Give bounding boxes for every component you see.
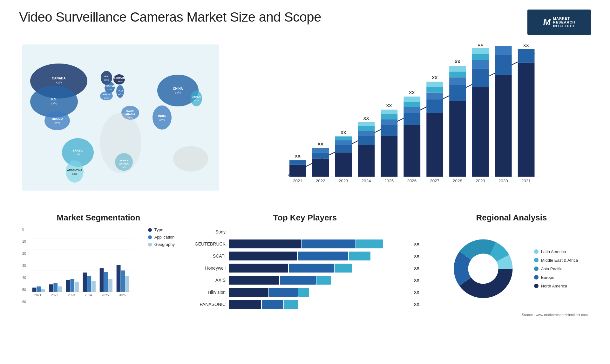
svg-rect-85: [426, 87, 443, 92]
svg-text:JAPAN: JAPAN: [192, 96, 201, 98]
svg-text:2030: 2030: [498, 179, 508, 183]
svg-text:xx%: xx%: [56, 81, 62, 84]
seg-y-axis: 60 50 40 30 20 10 0: [22, 227, 26, 310]
type-label: Type: [154, 227, 163, 232]
legend-label-asia-pacific: Asia Pacific: [541, 266, 562, 271]
main-grid: CANADA xx% U.S. xx% MEXICO xx% BRAZIL xx…: [19, 41, 591, 320]
svg-rect-66: [358, 131, 375, 136]
logo-letter: M: [543, 17, 550, 27]
svg-text:XX: XX: [523, 44, 529, 48]
donut-legend: Latin America Middle East & Africa Asia …: [445, 231, 578, 307]
legend-label-north-america: North America: [541, 284, 567, 288]
svg-rect-143: [125, 276, 129, 292]
legend-europe: Europe: [534, 275, 578, 280]
growth-chart-svg: XX XX XX XX: [229, 44, 585, 191]
svg-text:XX: XX: [432, 75, 437, 80]
svg-rect-70: [381, 136, 398, 177]
player-val: XX: [414, 242, 419, 246]
player-bars-scati: [229, 252, 409, 260]
player-bar-seg: [335, 264, 353, 273]
legend-label-europe: Europe: [541, 275, 554, 280]
svg-text:2031: 2031: [521, 179, 531, 183]
svg-rect-71: [381, 125, 398, 136]
svg-text:INDIA: INDIA: [158, 114, 166, 118]
svg-rect-52: [289, 165, 306, 177]
svg-rect-139: [104, 272, 108, 292]
player-bar-seg: [229, 264, 288, 273]
svg-rect-59: [335, 152, 352, 177]
header: Video Surveillance Cameras Market Size a…: [19, 10, 591, 35]
svg-text:2024: 2024: [362, 179, 371, 183]
player-val: XX: [414, 254, 419, 259]
svg-text:2021: 2021: [293, 179, 302, 183]
player-row-hikvision: Hikvision XX: [191, 288, 419, 297]
player-bars-geutebruck: [229, 239, 409, 248]
svg-text:U.S.: U.S.: [51, 98, 57, 101]
svg-text:xx%: xx%: [194, 99, 199, 102]
svg-text:ARABIA: ARABIA: [125, 113, 135, 116]
svg-rect-84: [426, 92, 443, 99]
svg-text:2023: 2023: [68, 293, 75, 297]
svg-rect-142: [121, 270, 125, 292]
svg-rect-55: [312, 158, 329, 177]
svg-rect-129: [49, 284, 53, 292]
svg-rect-76: [403, 125, 420, 177]
player-bar-seg: [280, 276, 316, 285]
svg-text:BRAZIL: BRAZIL: [73, 149, 83, 152]
svg-text:xx%: xx%: [104, 78, 109, 81]
segmentation-chart-svg: 2021 2022 2023 2024 2025 2026: [31, 227, 132, 310]
svg-point-15: [191, 91, 202, 106]
svg-text:2029: 2029: [476, 179, 485, 183]
player-bar-seg: [229, 288, 268, 297]
player-row-honeywell: Honeywell XX: [191, 264, 419, 273]
player-val: XX: [414, 302, 419, 307]
svg-rect-95: [472, 69, 489, 87]
player-bar-seg: [349, 252, 370, 260]
svg-rect-82: [426, 113, 443, 177]
segmentation-section: Market Segmentation 60 50 40 30 20 10 0: [19, 210, 178, 320]
svg-rect-128: [41, 289, 45, 292]
svg-text:xx%: xx%: [118, 80, 122, 83]
player-name-axis: AXIS: [191, 278, 226, 283]
svg-point-5: [66, 160, 84, 183]
svg-text:MEXICO: MEXICO: [51, 117, 63, 120]
svg-rect-62: [335, 136, 352, 140]
svg-rect-137: [92, 281, 96, 292]
svg-point-9: [113, 74, 125, 84]
player-row-axis: AXIS XX: [191, 276, 419, 285]
legend-dot-latin-america: [534, 249, 539, 254]
svg-rect-88: [449, 101, 466, 177]
geography-label: Geography: [154, 242, 175, 247]
svg-rect-104: [518, 63, 535, 177]
svg-rect-74: [381, 110, 398, 114]
svg-rect-135: [83, 273, 87, 292]
svg-text:xx%: xx%: [54, 121, 60, 124]
svg-text:XX: XX: [318, 142, 323, 146]
players-section: Top Key Players Sony GEUTEBRUCK XX: [184, 210, 426, 320]
svg-text:CANADA: CANADA: [52, 77, 65, 80]
player-bar-seg: [298, 288, 309, 297]
logo-line2: RESEARCH: [553, 20, 575, 24]
player-row-scati: SCATI XX: [191, 252, 419, 260]
application-dot: [148, 235, 152, 239]
svg-rect-91: [449, 71, 466, 77]
svg-text:GERMANY: GERMANY: [114, 77, 127, 79]
svg-rect-79: [403, 102, 420, 107]
svg-text:XX: XX: [455, 59, 460, 64]
legend-dot-asia-pacific: [534, 266, 539, 271]
svg-text:2022: 2022: [51, 293, 58, 297]
legend-latin-america: Latin America: [534, 249, 578, 254]
svg-text:XX: XX: [363, 116, 369, 121]
svg-text:xx%: xx%: [159, 118, 165, 121]
svg-rect-53: [289, 160, 306, 165]
svg-text:xx%: xx%: [118, 93, 122, 96]
svg-rect-96: [472, 60, 489, 69]
player-row-panasonic: PANASONIC XX: [191, 300, 419, 309]
map-section: CANADA xx% U.S. xx% MEXICO xx% BRAZIL xx…: [19, 41, 222, 206]
legend-middle-east: Middle East & Africa: [534, 258, 578, 263]
player-row-geutebruck: GEUTEBRUCK XX: [191, 239, 419, 248]
page: Video Surveillance Cameras Market Size a…: [0, 0, 610, 364]
svg-text:xx%: xx%: [175, 91, 181, 95]
svg-rect-83: [426, 99, 443, 113]
svg-rect-86: [426, 82, 443, 87]
